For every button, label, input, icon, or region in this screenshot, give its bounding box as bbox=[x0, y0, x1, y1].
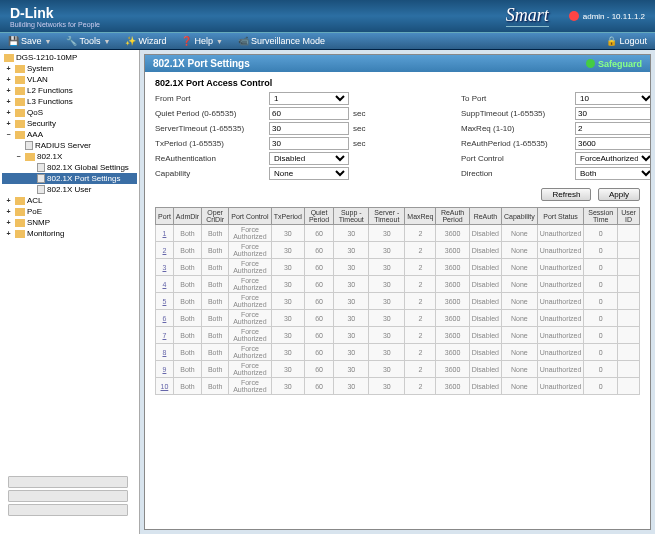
table-cell: Both bbox=[173, 344, 201, 361]
tree-item-aaa[interactable]: −AAA bbox=[2, 129, 137, 140]
apply-button[interactable]: Apply bbox=[598, 188, 640, 201]
save-menu[interactable]: 💾Save▼ bbox=[8, 36, 51, 46]
table-cell: Both bbox=[202, 242, 229, 259]
dir-select[interactable]: Both bbox=[575, 167, 650, 180]
expand-icon[interactable]: + bbox=[4, 218, 13, 227]
tree-item-security[interactable]: +Security bbox=[2, 118, 137, 129]
tree-item-snmp[interactable]: +SNMP bbox=[2, 217, 137, 228]
port-link[interactable]: 8 bbox=[162, 349, 166, 356]
table-cell: Unauthorized bbox=[537, 378, 584, 395]
table-cell: Force Authorized bbox=[228, 378, 271, 395]
tree-item-qos[interactable]: +QoS bbox=[2, 107, 137, 118]
table-cell: Force Authorized bbox=[228, 293, 271, 310]
expand-icon[interactable]: + bbox=[4, 207, 13, 216]
tree-item-monitoring[interactable]: +Monitoring bbox=[2, 228, 137, 239]
supp-input[interactable] bbox=[575, 107, 650, 120]
tree-item-l3-functions[interactable]: +L3 Functions bbox=[2, 96, 137, 107]
tree-item-acl[interactable]: +ACL bbox=[2, 195, 137, 206]
table-cell: Both bbox=[202, 259, 229, 276]
maxreq-input[interactable] bbox=[575, 122, 650, 135]
table-cell: Unauthorized bbox=[537, 276, 584, 293]
logo-block: D-Link Building Networks for People bbox=[10, 5, 100, 28]
tree-label: SNMP bbox=[27, 218, 50, 227]
quiet-input[interactable] bbox=[269, 107, 349, 120]
expand-icon[interactable]: + bbox=[4, 119, 13, 128]
expand-icon[interactable]: + bbox=[4, 97, 13, 106]
expand-icon[interactable]: − bbox=[14, 152, 23, 161]
table-cell: 30 bbox=[334, 242, 369, 259]
tree-label: System bbox=[27, 64, 54, 73]
expand-icon[interactable]: + bbox=[4, 229, 13, 238]
expand-icon[interactable]: + bbox=[4, 86, 13, 95]
tree-label: 802.1X Port Settings bbox=[47, 174, 120, 183]
table-cell: Disabled bbox=[469, 361, 501, 378]
expand-icon[interactable]: − bbox=[4, 130, 13, 139]
tools-menu[interactable]: 🔧Tools▼ bbox=[66, 36, 110, 46]
table-cell: Both bbox=[173, 378, 201, 395]
port-link[interactable]: 4 bbox=[162, 281, 166, 288]
col-header: Port bbox=[156, 208, 174, 225]
table-cell: 3600 bbox=[436, 259, 469, 276]
wizard-menu[interactable]: ✨Wizard bbox=[125, 36, 166, 46]
table-cell: 3600 bbox=[436, 344, 469, 361]
expand-icon[interactable]: + bbox=[4, 196, 13, 205]
table-cell bbox=[618, 310, 640, 327]
tree-item-802-1x-global-settings[interactable]: 802.1X Global Settings bbox=[2, 162, 137, 173]
table-cell: Force Authorized bbox=[228, 344, 271, 361]
surveillance-menu[interactable]: 📹Surveillance Mode bbox=[238, 36, 325, 46]
tree-item-l2-functions[interactable]: +L2 Functions bbox=[2, 85, 137, 96]
tree-item-radius-server[interactable]: RADIUS Server bbox=[2, 140, 137, 151]
server-input[interactable] bbox=[269, 122, 349, 135]
port-link[interactable]: 10 bbox=[161, 383, 169, 390]
tree-item-vlan[interactable]: +VLAN bbox=[2, 74, 137, 85]
table-cell: 6 bbox=[156, 310, 174, 327]
refresh-button[interactable]: Refresh bbox=[541, 188, 591, 201]
table-cell: Both bbox=[202, 293, 229, 310]
table-cell: 2 bbox=[405, 259, 436, 276]
port-link[interactable]: 7 bbox=[162, 332, 166, 339]
expand-icon[interactable]: + bbox=[4, 64, 13, 73]
col-header: AdmDir bbox=[173, 208, 201, 225]
help-menu[interactable]: ❓Help▼ bbox=[181, 36, 222, 46]
table-row: 4BothBothForce Authorized3060303023600Di… bbox=[156, 276, 640, 293]
tree-root[interactable]: DGS-1210-10MP bbox=[2, 52, 137, 63]
from-port-select[interactable]: 1 bbox=[269, 92, 349, 105]
tx-input[interactable] bbox=[269, 137, 349, 150]
panel-title: 802.1X Port Settings bbox=[153, 58, 250, 69]
tree-item-poe[interactable]: +PoE bbox=[2, 206, 137, 217]
table-cell: 60 bbox=[304, 361, 333, 378]
expand-icon[interactable]: + bbox=[4, 75, 13, 84]
port-link[interactable]: 3 bbox=[162, 264, 166, 271]
port-link[interactable]: 1 bbox=[162, 230, 166, 237]
table-row: 9BothBothForce Authorized3060303023600Di… bbox=[156, 361, 640, 378]
portctrl-label: Port Control bbox=[461, 154, 571, 163]
page-icon bbox=[37, 174, 45, 183]
to-port-select[interactable]: 10 bbox=[575, 92, 650, 105]
tree-label: PoE bbox=[27, 207, 42, 216]
folder-icon bbox=[15, 120, 25, 128]
table-cell: 2 bbox=[156, 242, 174, 259]
tree-item-802-1x-user[interactable]: 802.1X User bbox=[2, 184, 137, 195]
tree-item-system[interactable]: +System bbox=[2, 63, 137, 74]
port-link[interactable]: 5 bbox=[162, 298, 166, 305]
device-image bbox=[8, 476, 128, 526]
portctrl-select[interactable]: ForceAuthorized bbox=[575, 152, 650, 165]
logout-button[interactable]: 🔒Logout bbox=[606, 36, 647, 46]
port-link[interactable]: 6 bbox=[162, 315, 166, 322]
port-link[interactable]: 9 bbox=[162, 366, 166, 373]
folder-icon bbox=[15, 65, 25, 73]
expand-icon[interactable]: + bbox=[4, 108, 13, 117]
table-cell: 2 bbox=[405, 293, 436, 310]
table-cell: 0 bbox=[584, 259, 618, 276]
tree-label: Monitoring bbox=[27, 229, 64, 238]
cap-select[interactable]: None bbox=[269, 167, 349, 180]
reauth-select[interactable]: Disabled bbox=[269, 152, 349, 165]
port-link[interactable]: 2 bbox=[162, 247, 166, 254]
tree-item-802-1x-port-settings[interactable]: 802.1X Port Settings bbox=[2, 173, 137, 184]
table-cell: Force Authorized bbox=[228, 242, 271, 259]
reauthp-input[interactable] bbox=[575, 137, 650, 150]
tree-item-802-1x[interactable]: −802.1X bbox=[2, 151, 137, 162]
table-cell: Disabled bbox=[469, 327, 501, 344]
table-cell: 30 bbox=[334, 276, 369, 293]
table-cell: 60 bbox=[304, 327, 333, 344]
